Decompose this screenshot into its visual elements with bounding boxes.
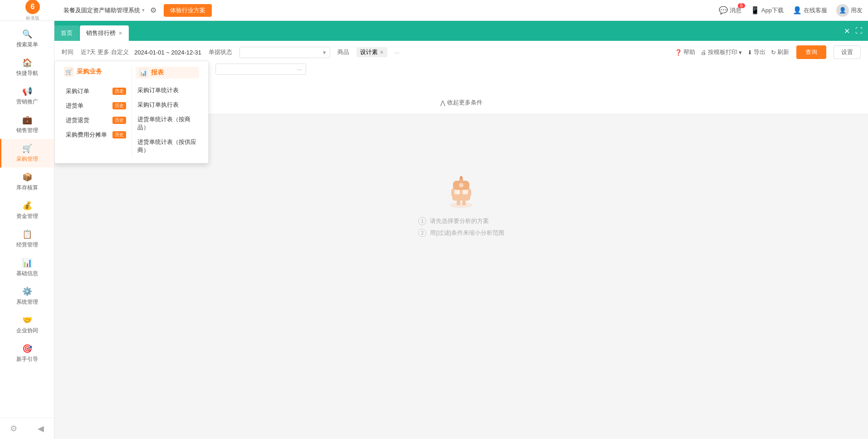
- user-avatar: 👤: [836, 4, 849, 17]
- empty-tip-1: 1 请先选择要分析的方案: [418, 217, 504, 225]
- service-icon: 👤: [793, 6, 802, 15]
- sales-icon: 💼: [22, 115, 32, 125]
- collapse-arrow-icon: ⋀: [440, 99, 445, 106]
- purchase-dropdown-menu: 🛒 采购业务 采购订单 历史 进货单 历史 进货退货: [54, 61, 209, 163]
- goods-tag-remove[interactable]: ✕: [380, 49, 384, 55]
- sidebar-label-quick-nav: 快捷导航: [16, 69, 38, 77]
- sidebar-collapse-btn[interactable]: ◀: [38, 424, 44, 434]
- user-label: 用友: [851, 6, 863, 15]
- salesperson-arrow: ···: [297, 66, 302, 73]
- menu-item-purchase-order[interactable]: 采购订单 历史: [64, 84, 128, 99]
- print-icon: 🖨: [701, 49, 707, 56]
- goods-more-dots[interactable]: ···: [395, 49, 400, 56]
- sidebar-item-basic-info[interactable]: 📊 基础信息: [0, 253, 54, 282]
- logo-subtitle: 标准版: [26, 15, 39, 21]
- sidebar-item-enterprise[interactable]: 🤝 企业协同: [0, 311, 54, 339]
- message-badge: 5: [738, 3, 745, 8]
- menu-item-inbound[interactable]: 进货单 历史: [64, 99, 128, 113]
- messages-action[interactable]: 💬 消息 5: [719, 6, 741, 15]
- mobile-icon: 📱: [751, 6, 760, 15]
- date-filter: 近7天 更多 自定义 2024-01-01 ~ 2024-12-31: [81, 48, 201, 56]
- date-preset-7days[interactable]: 近7天: [81, 48, 96, 56]
- menu-item-purchase-order-stats[interactable]: 采购订单统计表: [136, 83, 200, 98]
- purchase-expense-history[interactable]: 历史: [112, 131, 126, 138]
- sidebar-item-operations[interactable]: 📋 经营管理: [0, 225, 54, 253]
- doc-status-selector[interactable]: ▾: [239, 47, 330, 58]
- system-settings-icon[interactable]: ⚙: [150, 6, 156, 15]
- tab-maximize-icon[interactable]: ⛶: [855, 27, 863, 35]
- sidebar-item-purchase[interactable]: 🛒 采购管理: [0, 139, 54, 168]
- logo-icon: 6: [25, 0, 40, 14]
- sidebar-item-marketing[interactable]: 📢 营销推广: [0, 82, 54, 110]
- help-action[interactable]: ❓ 帮助: [675, 48, 695, 56]
- purchase-menu-title: 采购业务: [77, 68, 102, 76]
- sidebar-item-quick-nav[interactable]: 🏠 快捷导航: [0, 53, 54, 82]
- purchase-menu-column: 🛒 采购业务 采购订单 历史 进货单 历史 进货退货: [60, 67, 132, 158]
- purchase-order-history[interactable]: 历史: [112, 88, 126, 95]
- settings-button[interactable]: 设置: [834, 45, 861, 59]
- sidebar-item-finance[interactable]: 💰 资金管理: [0, 196, 54, 225]
- date-more[interactable]: 更多: [98, 48, 109, 56]
- content-area: 首页 销售排行榜 ✕ ✕ ⛶ 时间 近7天 更多 自定: [54, 21, 868, 439]
- date-range-value: 2024-01-01 ~ 2024-12-31: [134, 49, 201, 56]
- svg-rect-6: [457, 201, 460, 205]
- date-custom[interactable]: 自定义: [111, 48, 129, 56]
- salesperson-selector[interactable]: ···: [215, 64, 306, 75]
- menu-item-return[interactable]: 进货退货 历史: [64, 113, 128, 128]
- refresh-action[interactable]: ↻ 刷新: [771, 48, 789, 56]
- sidebar-settings-btn[interactable]: ⚙: [10, 424, 17, 434]
- sidebar-label-purchase: 采购管理: [16, 155, 38, 163]
- purchase-order-stats-label: 采购订单统计表: [137, 86, 179, 94]
- return-history[interactable]: 历史: [112, 117, 126, 124]
- doc-status-arrow: ▾: [323, 49, 326, 56]
- empty-tip-2-text: 用[过滤]条件来缩小分析范围: [430, 229, 504, 237]
- industry-button[interactable]: 体验行业方案: [164, 4, 212, 17]
- user-area[interactable]: 👤 用友: [836, 4, 863, 17]
- sidebar-label-system: 系统管理: [16, 298, 38, 306]
- app-download-action[interactable]: 📱 App下载: [751, 6, 784, 15]
- doc-status-label: 单据状态: [209, 48, 232, 56]
- online-service-action[interactable]: 👤 在线客服: [793, 6, 827, 15]
- sidebar-item-search[interactable]: 🔍 搜索菜单: [0, 25, 54, 53]
- sidebar-item-inventory[interactable]: 📦 库存核算: [0, 168, 54, 196]
- app-download-label: App下载: [761, 6, 784, 15]
- guide-icon: 🎯: [22, 344, 32, 354]
- inbound-label: 进货单: [66, 102, 83, 110]
- sidebar-item-guide[interactable]: 🎯 新手引导: [0, 339, 54, 368]
- logo-area: 6 标准版: [5, 0, 60, 21]
- system-title-dropdown-icon[interactable]: ▾: [142, 7, 145, 13]
- tab-bar-actions: ✕ ⛶: [844, 27, 863, 35]
- header-right: 💬 消息 5 📱 App下载 👤 在线客服 👤 用友: [719, 4, 863, 17]
- sidebar-item-sales[interactable]: 💼 销售管理: [0, 110, 54, 139]
- tab-close-icon[interactable]: ✕: [118, 30, 122, 36]
- query-button[interactable]: 查询: [796, 45, 826, 59]
- tab-close-all-icon[interactable]: ✕: [844, 27, 850, 35]
- print-action[interactable]: 🖨 按模板打印 ▾: [701, 48, 742, 56]
- enterprise-icon: 🤝: [22, 315, 32, 325]
- system-title: 装餐及固定资产辅助管理系统: [63, 6, 140, 15]
- report-header-icon: 📊: [138, 68, 148, 78]
- refresh-icon: ↻: [771, 49, 776, 56]
- menu-item-inbound-stats-goods[interactable]: 进货单统计表（按商品）: [136, 112, 200, 135]
- inbound-history[interactable]: 历史: [112, 102, 126, 109]
- purchase-header-icon: 🛒: [64, 67, 74, 77]
- tab-home-label: 首页: [61, 29, 73, 37]
- inbound-stats-goods-label: 进货单统计表（按商品）: [137, 115, 198, 132]
- sidebar: 🔍 搜索菜单 🏠 快捷导航 📢 营销推广 💼 销售管理 🛒 采购管理 📦 库存核…: [0, 21, 54, 439]
- sidebar-item-system[interactable]: ⚙️ 系统管理: [0, 282, 54, 311]
- system-icon: ⚙️: [22, 286, 32, 296]
- tab-home[interactable]: 首页: [54, 25, 79, 41]
- sidebar-label-inventory: 库存核算: [16, 184, 38, 192]
- menu-item-purchase-expense[interactable]: 采购费用分摊单 历史: [64, 128, 128, 142]
- menu-item-purchase-order-exec[interactable]: 采购订单执行表: [136, 98, 200, 112]
- tab-sales-ranking[interactable]: 销售排行榜 ✕: [80, 25, 129, 41]
- export-action[interactable]: ⬇ 导出: [747, 48, 766, 56]
- purchase-dropdown-overlay: 🛒 采购业务 采购订单 历史 进货单 历史 进货退货: [54, 61, 209, 163]
- print-dropdown-arrow[interactable]: ▾: [739, 49, 742, 56]
- basic-info-icon: 📊: [22, 258, 32, 268]
- svg-point-11: [460, 176, 463, 179]
- operations-icon: 📋: [22, 229, 32, 239]
- goods-label: 商品: [337, 48, 349, 56]
- menu-item-inbound-stats-supplier[interactable]: 进货单统计表（按供应商）: [136, 135, 200, 158]
- sidebar-label-guide: 新手引导: [16, 355, 38, 363]
